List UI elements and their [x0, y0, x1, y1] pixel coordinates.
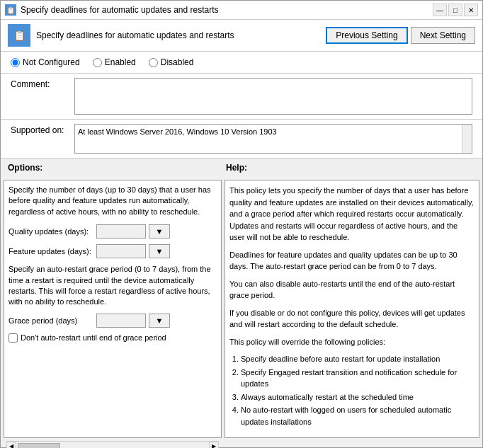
- scroll-left-button[interactable]: ◀: [6, 442, 16, 449]
- content-area: Specify the number of days (up to 30 day…: [1, 177, 482, 441]
- help-text: This policy lets you specify the number …: [229, 185, 475, 427]
- supported-scrollbar[interactable]: [462, 125, 472, 153]
- minimize-button[interactable]: —: [433, 4, 447, 16]
- options-panel[interactable]: Specify the number of days (up to 30 day…: [4, 180, 222, 438]
- grace-period-input[interactable]: [96, 314, 146, 328]
- section-headers: Options: Help:: [1, 159, 482, 177]
- help-list-item-1: Specify deadline before auto restart for…: [241, 353, 475, 365]
- header-left: 📋 Specify deadlines for automatic update…: [8, 24, 234, 47]
- maximize-button[interactable]: □: [448, 4, 462, 16]
- feature-updates-input[interactable]: [96, 244, 146, 258]
- not-configured-radio[interactable]: [11, 58, 20, 67]
- quality-updates-input[interactable]: [96, 224, 146, 239]
- grace-description: Specify an auto-restart grace period (0 …: [8, 264, 217, 308]
- comment-input[interactable]: [74, 78, 472, 115]
- disabled-radio[interactable]: [149, 58, 158, 67]
- help-para-4: If you disable or do not configure this …: [229, 307, 475, 331]
- feature-updates-dropdown[interactable]: ▼: [149, 244, 170, 258]
- title-bar: 📋 Specify deadlines for automatic update…: [1, 1, 482, 20]
- radio-section: Not Configured Enabled Disabled: [1, 52, 482, 74]
- enabled-radio[interactable]: [93, 58, 102, 67]
- feature-updates-row: Feature updates (days): ▼: [8, 244, 217, 258]
- main-window: 📋 Specify deadlines for automatic update…: [0, 0, 483, 448]
- quality-updates-row: Quality updates (days): ▼: [8, 224, 217, 239]
- not-configured-label: Not Configured: [23, 57, 80, 67]
- auto-restart-label: Don't auto-restart until end of grace pe…: [21, 333, 166, 342]
- header-buttons: Previous Setting Next Setting: [326, 27, 475, 44]
- scrollbar-area: ◀ ▶: [1, 441, 482, 448]
- disabled-option[interactable]: Disabled: [149, 57, 194, 67]
- title-bar-left: 📋 Specify deadlines for automatic update…: [5, 4, 219, 16]
- enabled-option[interactable]: Enabled: [93, 57, 136, 67]
- comment-label: Comment:: [11, 78, 67, 115]
- supported-label: Supported on:: [11, 124, 67, 135]
- help-para-2: Deadlines for feature updates and qualit…: [229, 249, 475, 272]
- help-para-5: This policy will override the following …: [229, 336, 475, 348]
- feature-updates-label: Feature updates (days):: [8, 247, 93, 255]
- header-icon: 📋: [8, 24, 30, 47]
- help-list-item-3: Always automatically restart at the sche…: [241, 391, 475, 403]
- options-header: Options:: [1, 161, 219, 174]
- supported-section: Supported on: At least Windows Server 20…: [1, 120, 482, 159]
- title-controls: — □ ✕: [433, 4, 478, 16]
- auto-restart-checkbox[interactable]: [8, 333, 18, 343]
- help-header: Help:: [219, 161, 482, 174]
- quality-updates-dropdown[interactable]: ▼: [149, 224, 170, 239]
- comment-section: Comment:: [1, 74, 482, 120]
- header-title: Specify deadlines for automatic updates …: [36, 30, 234, 40]
- grace-period-row: Grace period (days) ▼: [8, 314, 217, 328]
- help-list-item-2: Specify Engaged restart transition and n…: [241, 367, 475, 390]
- horizontal-scrollbar[interactable]: ◀ ▶: [6, 441, 219, 448]
- disabled-label: Disabled: [161, 57, 194, 67]
- supported-box: At least Windows Server 2016, Windows 10…: [74, 124, 472, 154]
- supported-text: At least Windows Server 2016, Windows 10…: [75, 125, 472, 139]
- options-description: Specify the number of days (up to 30 day…: [8, 185, 217, 217]
- window-icon: 📋: [5, 4, 16, 16]
- help-para-3: You can also disable auto-restarts until…: [229, 278, 475, 301]
- quality-updates-label: Quality updates (days):: [8, 227, 93, 236]
- help-list-item-4: No auto-restart with logged on users for…: [241, 404, 475, 427]
- scrollbar-thumb[interactable]: [18, 443, 60, 449]
- previous-setting-button[interactable]: Previous Setting: [326, 27, 407, 44]
- auto-restart-checkbox-row: Don't auto-restart until end of grace pe…: [8, 333, 217, 343]
- header-bar: 📋 Specify deadlines for automatic update…: [1, 20, 482, 52]
- window-title: Specify deadlines for automatic updates …: [21, 5, 219, 15]
- next-setting-button[interactable]: Next Setting: [411, 27, 475, 44]
- scroll-right-button[interactable]: ▶: [209, 442, 219, 449]
- not-configured-option[interactable]: Not Configured: [11, 57, 80, 67]
- grace-period-dropdown[interactable]: ▼: [149, 314, 170, 328]
- grace-period-label: Grace period (days): [8, 316, 93, 325]
- help-panel[interactable]: This policy lets you specify the number …: [225, 180, 479, 438]
- help-list: Specify deadline before auto restart for…: [241, 353, 475, 427]
- close-button[interactable]: ✕: [464, 4, 478, 16]
- help-para-1: This policy lets you specify the number …: [229, 185, 475, 243]
- enabled-label: Enabled: [105, 57, 136, 67]
